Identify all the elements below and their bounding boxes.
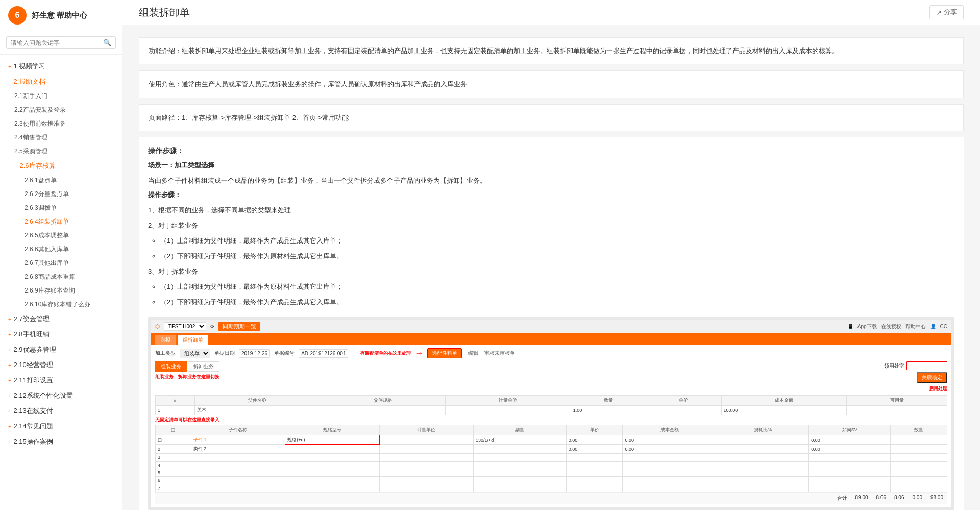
ss-lower-cell-sv-1: 0.00	[809, 435, 891, 445]
ss-lower-table: ☐ 子件名称 规格型号 计量单位 副量 单价 成本金额 损耗比% 如同SV 数量	[155, 425, 947, 492]
ss-body: 加工类型 组装单 拆卸单 单据日期 2019-12-26 单据编号 AD-201…	[151, 345, 951, 507]
intro-text: 功能介绍：组装拆卸单用来处理企业组装或拆卸等加工业务，支持有固定装配清单的产品加…	[149, 47, 839, 55]
sidebar-item-2-6-3[interactable]: 2.6.3调拨单	[0, 201, 122, 215]
ops-steps-title: 操作步骤：	[148, 190, 954, 200]
sidebar-item-2-9[interactable]: + 2.9优惠券管理	[0, 342, 122, 357]
sidebar-item-2-6-6[interactable]: 2.6.6其他入库单	[0, 242, 122, 256]
ss-nav-item-app: App下载	[857, 323, 877, 330]
ss-tab-assembly[interactable]: 组拆卸单	[178, 335, 208, 345]
ss-total-val3: 8.06	[894, 495, 904, 502]
ss-lower-col-subqty: 副量	[474, 425, 567, 435]
sidebar-item-2-3[interactable]: 2.3使用前数据准备	[0, 117, 122, 131]
ss-system-bar: ⬡ TEST-H002 ⟳ 同期期期一览 📱 App下载 在线授权 帮助中心 👤…	[151, 320, 951, 333]
logo-icon: 6	[8, 6, 27, 25]
step2-sub1: （1）上部明细为父件明细，最终作为产成品生成其它入库单；	[160, 234, 954, 248]
share-icon: ↗	[936, 9, 942, 16]
ss-lower-cell-qty-1	[891, 435, 947, 445]
ss-lower-cell-loss-2	[717, 445, 808, 454]
ss-upper-cell-unit	[446, 406, 571, 415]
sidebar-item-help-docs[interactable]: − 2.帮助文档	[0, 74, 122, 89]
sidebar-item-2-12[interactable]: + 2.12系统个性化设置	[0, 388, 122, 403]
sidebar-item-2-5[interactable]: 2.5采购管理	[0, 144, 122, 158]
ss-upper-cell-qty[interactable]: 1.00	[571, 406, 646, 415]
role-text: 使用角色：通常由生产人员或库管人员完成拆装业务的操作，库管人员确认原材料的出库和…	[149, 80, 467, 88]
ss-upper-col-unit: 计量单位	[446, 396, 571, 406]
sidebar-item-2-12-label: 2.12系统个性化设置	[13, 391, 72, 400]
plus-icon-2-9: +	[8, 347, 11, 353]
ss-audit-btn[interactable]: 审核未审核单	[484, 350, 515, 357]
ss-upper-cell-price	[646, 406, 721, 415]
ss-lower-cell-check-1[interactable]: ☐	[156, 435, 191, 445]
ss-annotation-3: 启用处理	[929, 385, 947, 392]
sidebar-item-2-6-8[interactable]: 2.6.8商品成本重算	[0, 270, 122, 284]
ss-upper-cell-spec	[320, 406, 446, 415]
sidebar-item-2-2[interactable]: 2.2产品安装及登录	[0, 103, 122, 117]
sidebar-item-2-13-label: 2.13在线支付	[13, 406, 53, 416]
sidebar-item-2-4[interactable]: 2.4销售管理	[0, 131, 122, 144]
ss-confirm-btn[interactable]: 关联确定	[917, 372, 947, 383]
ss-lower-cell-check-2[interactable]: 2	[156, 445, 191, 454]
ss-right-input[interactable]	[906, 361, 947, 370]
sidebar-item-2-1[interactable]: 2.1新手入门	[0, 89, 122, 103]
sidebar-item-2-8[interactable]: + 2.8手机旺铺	[0, 327, 122, 342]
step-2: 2、对于组装业务	[148, 219, 954, 232]
ss-lower-row-6: 6	[156, 477, 947, 484]
sidebar-item-2-14[interactable]: + 2.14常见问题	[0, 419, 122, 434]
sidebar-item-2-11[interactable]: + 2.11打印设置	[0, 373, 122, 388]
ss-lower-cell-cost-2: 0.00	[623, 445, 717, 454]
share-button[interactable]: ↗ 分享	[929, 5, 964, 19]
ss-upper-row-1: 1 关木 1.00 100.00	[156, 406, 947, 415]
ss-upper-col-num: #	[156, 396, 195, 406]
ss-nav-item-auth: 在线授权	[881, 323, 901, 330]
sidebar-item-2-6-10[interactable]: 2.6.10库存账本错了么办	[0, 298, 122, 311]
ss-type-select[interactable]: 组装单 拆卸单	[180, 349, 210, 358]
sidebar-item-2-6-2[interactable]: 2.6.2分量盘点单	[0, 187, 122, 201]
logo-text: 好生意 帮助中心	[32, 11, 87, 20]
ss-assembly-btn[interactable]: 选配件料单	[427, 348, 462, 358]
search-box[interactable]: 🔍	[6, 36, 116, 49]
search-input[interactable]	[11, 39, 103, 46]
ss-lower-col-name: 子件名称	[191, 425, 285, 435]
ss-upper-col-name: 父件名称	[194, 396, 320, 406]
sidebar-item-2-6-9[interactable]: 2.6.9库存账本查询	[0, 284, 122, 298]
ss-upper-cell-cost: 100.00	[721, 406, 847, 415]
plus-icon-2-8: +	[8, 331, 11, 337]
ss-app-icon: 📱	[847, 324, 853, 329]
ss-lower-col-price: 单价	[566, 425, 623, 435]
sidebar-item-2-6-1[interactable]: 2.6.1盘点单	[0, 174, 122, 187]
ss-tab-home[interactable]: 自拟	[155, 335, 176, 345]
ss-sub-tabs: 组装业务 拆卸业务	[155, 361, 884, 372]
ss-period-select[interactable]: TEST-H002	[164, 322, 206, 331]
sidebar-item-2-6[interactable]: − 2.6库存核算	[0, 158, 122, 174]
sidebar-item-video[interactable]: + 1.视频学习	[0, 59, 122, 74]
top-bar: 组装拆卸单 ↗ 分享	[122, 0, 980, 25]
sidebar-item-2-7-label: 2.7资金管理	[13, 314, 49, 324]
plus-icon-2-14: +	[8, 423, 11, 429]
ss-lower-cell-price-1: 0.00	[566, 435, 623, 445]
ss-upper-cell-name: 关木	[194, 406, 320, 415]
ss-lower-cell-subqty-1: 130/1/+d	[474, 435, 567, 445]
search-icon[interactable]: 🔍	[103, 39, 111, 46]
sidebar-item-2-6-4[interactable]: 2.6.4组装拆卸单	[0, 215, 122, 229]
ss-lower-cell-name-1: 子件 1	[191, 435, 285, 445]
ss-sub-tab-disassembly[interactable]: 拆卸业务	[188, 361, 219, 372]
step2-sub2: （2）下部明细为子件明细，最终作为原材料生成其它出库单。	[160, 250, 954, 263]
sidebar-item-2-15-label: 2.15操作案例	[13, 437, 53, 446]
sidebar-item-2-6-5[interactable]: 2.6.5成本调整单	[0, 229, 122, 242]
ss-lower-col-cost: 成本金额	[623, 425, 717, 435]
ss-number-value: AD-201912126-001	[299, 349, 348, 358]
ss-upper-col-price: 单价	[646, 396, 721, 406]
main-content-section: 操作步骤： 场景一：加工类型选择 当由多个子件材料组装成一个成品的业务为【组装】…	[139, 137, 964, 510]
step-1: 1、根据不同的业务，选择不同单据的类型来处理	[148, 204, 954, 217]
ss-upper-table: # 父件名称 父件规格 计量单位 数量 单价 成本金额 可用量	[155, 395, 947, 415]
sidebar-item-2-7[interactable]: + 2.7资金管理	[0, 311, 122, 327]
ss-sub-tab-assembly[interactable]: 组装业务	[155, 361, 187, 372]
ss-period-btn[interactable]: 同期期期一览	[218, 322, 260, 331]
ss-edit-btn[interactable]: 编辑	[468, 350, 478, 357]
sidebar-item-2-15[interactable]: + 2.15操作案例	[0, 434, 122, 449]
sidebar-item-2-6-7[interactable]: 2.6.7其他出库单	[0, 256, 122, 270]
sidebar-item-2-13[interactable]: + 2.13在线支付	[0, 403, 122, 419]
sidebar-item-2-10[interactable]: + 2.10经营管理	[0, 357, 122, 373]
plus-icon-2-11: +	[8, 377, 11, 383]
ss-lower-row-7: 7	[156, 484, 947, 492]
